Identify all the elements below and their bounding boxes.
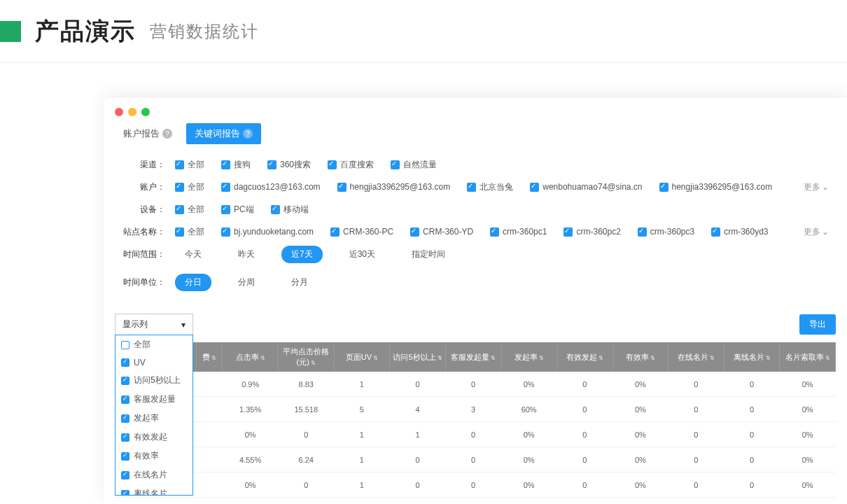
time-option[interactable]: 昨天 [228,246,265,263]
table-cell: 0 [556,422,612,447]
column-option[interactable]: 有效发起 [115,428,192,447]
checkbox-icon [175,205,184,214]
column-selector-menu: 全部UV访问5秒以上客服发起量发起率有效发起有效率在线名片离线名片名片索取率有效… [115,335,193,496]
filter-option[interactable]: 全部 [175,181,204,193]
filter-option[interactable]: PC端 [221,204,254,216]
filter-option[interactable]: 360搜索 [267,159,311,171]
filter-label: 账户： [115,181,165,193]
filter-option[interactable]: dagcuos123@163.com [221,182,321,192]
filter-option[interactable]: 全部 [175,226,204,238]
table-cell: 0 [390,447,446,472]
table-header[interactable]: 点击率⇅ [223,342,279,372]
option-label: 全部 [134,339,150,351]
filter-label: 时间单位： [115,276,165,288]
option-label: UV [134,358,146,368]
time-option[interactable]: 分日 [175,274,211,291]
filter-option[interactable]: CRM-360-PC [330,227,393,237]
time-option[interactable]: 今天 [175,246,211,263]
more-sites[interactable]: 更多 ⌄ [804,226,829,238]
minimize-icon[interactable] [128,108,136,116]
tab-label: 账户报告 [123,127,160,140]
export-button[interactable]: 导出 [799,314,836,335]
column-option[interactable]: 发起率 [115,409,192,428]
option-label: CRM-360-YD [423,227,473,237]
filter-option[interactable]: 自然流量 [391,159,437,171]
checkbox-icon [467,183,476,192]
table-cell: 0% [501,447,557,472]
table-header[interactable]: 在线名片⇅ [668,342,724,372]
checkbox-icon [330,227,340,237]
checkbox-icon [175,160,184,169]
table-cell: 8.83 [278,372,334,397]
time-option[interactable]: 近30天 [340,246,385,263]
checkbox-icon [121,396,130,404]
filter-option[interactable]: crm-360pc2 [564,227,620,237]
column-option[interactable]: 离线名片 [115,484,192,496]
table-cell: 0 [390,372,446,397]
sort-icon: ⇅ [373,355,378,361]
column-option[interactable]: 访问5秒以上 [115,371,192,390]
table-header[interactable]: 访问5秒以上⇅ [390,342,446,372]
filter-option[interactable]: hengjia3396295@163.com [659,182,773,192]
tab-keyword-report[interactable]: 关键词报告 ? [186,123,261,144]
checkbox-icon [490,227,499,237]
column-selector-button[interactable]: 显示列 ▾ [115,314,193,335]
maximize-icon[interactable] [141,108,150,116]
filter-option[interactable]: 搜狗 [221,159,251,171]
column-option[interactable]: UV [115,354,192,371]
table-cell: 0% [223,472,279,498]
table-header[interactable]: 页面UV⇅ [334,342,390,372]
table-header[interactable]: 有效发起⇅ [556,342,612,372]
column-option[interactable]: 客服发起量 [115,390,192,409]
filter-option[interactable]: crm-360yd3 [711,227,768,237]
filter-option[interactable]: 移动端 [271,204,309,216]
page-subtitle: 营销数据统计 [150,20,259,43]
filter-option[interactable]: hengjia3396295@163.com [337,182,451,192]
filter-time-range: 时间范围： 今天昨天近7天近30天指定时间 [115,244,836,265]
time-option[interactable]: 指定时间 [402,246,455,263]
filter-option[interactable]: CRM-360-YD [410,227,473,237]
filter-option[interactable]: crm-360pc3 [638,227,694,237]
checkbox-icon [175,183,184,192]
help-icon[interactable]: ? [162,129,172,139]
filter-option[interactable]: 北京当兔 [467,181,513,193]
more-accounts[interactable]: 更多 ⌄ [804,181,829,193]
table-header[interactable]: 费⇅ [197,342,223,372]
filter-account: 账户： 全部dagcuos123@163.comhengjia3396295@1… [115,176,836,197]
table-cell: 0% [780,472,836,498]
checkbox-icon [410,227,419,237]
option-label: 离线名片 [134,488,167,496]
window-controls [104,98,847,123]
close-icon[interactable] [115,108,123,116]
table-cell: 0% [612,372,668,397]
time-option[interactable]: 分月 [281,274,318,291]
column-option[interactable]: 在线名片 [115,465,192,484]
table-cell: 0% [780,397,836,422]
table-header[interactable]: 客服发起量⇅ [445,342,501,372]
filter-option[interactable]: crm-360pc1 [490,227,547,237]
filter-option[interactable]: 百度搜索 [328,159,374,171]
table-cell [197,447,223,472]
help-icon[interactable]: ? [243,129,253,139]
table-header[interactable]: 名片索取率⇅ [780,342,836,372]
time-option[interactable]: 分周 [228,274,265,291]
filter-option[interactable]: 全部 [175,159,204,171]
checkbox-icon [121,377,130,385]
table-header[interactable]: 有效率⇅ [612,342,668,372]
filter-option[interactable]: 全部 [175,204,204,216]
sort-icon: ⇅ [766,355,771,361]
tab-account-report[interactable]: 账户报告 ? [115,123,181,144]
column-option[interactable]: 有效率 [115,447,192,465]
checkbox-icon [530,183,539,192]
column-option[interactable]: 全部 [115,335,192,354]
filter-option[interactable]: wenbohuamao74@sina.cn [530,182,642,192]
filter-option[interactable]: bj.yunduoketang.com [221,227,314,237]
table-header[interactable]: 平均点击价格(元)⇅ [278,342,334,372]
table-header[interactable]: 离线名片⇅ [724,342,780,372]
time-option[interactable]: 近7天 [281,246,323,263]
table-header[interactable]: 发起率⇅ [501,342,557,372]
checkbox-icon [221,183,230,192]
table-cell: 0 [556,372,612,397]
table-cell: 1 [334,372,390,397]
option-label: dagcuos123@163.com [234,182,321,192]
